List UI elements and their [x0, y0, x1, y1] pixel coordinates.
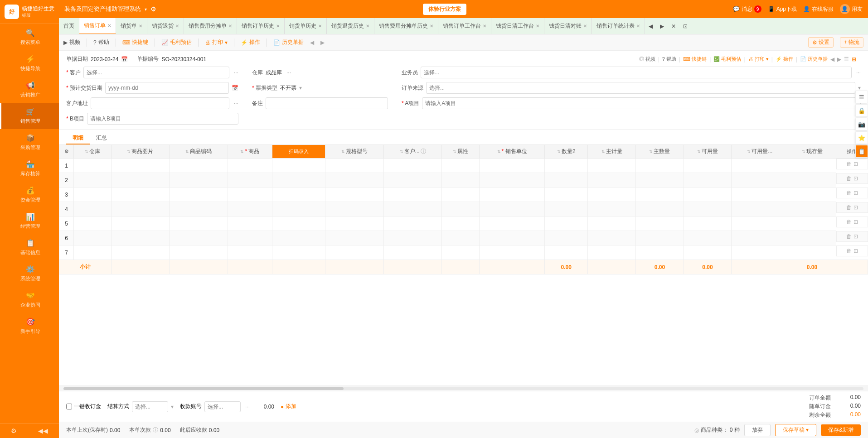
toolbar-history[interactable]: 📄 历史单据: [273, 39, 304, 46]
nav-next-small[interactable]: ▶: [837, 56, 841, 63]
delete-row-icon[interactable]: 🗑: [846, 233, 852, 240]
float-btn-list[interactable]: ☰: [855, 91, 868, 103]
delete-row-icon[interactable]: 🗑: [846, 204, 852, 211]
settings-btn[interactable]: ⚙ 设置: [808, 37, 834, 48]
toolbar-nav-next[interactable]: ▶: [320, 39, 325, 46]
th-qty2[interactable]: ⇅数量2: [545, 145, 588, 159]
sidebar-item-sysconfig[interactable]: ⚙️ 系统管理: [0, 260, 59, 287]
view-icon-small[interactable]: ◎ 视频: [639, 56, 655, 63]
tab-expense-history[interactable]: 销售费用分摊单历史 ✕: [374, 18, 438, 34]
account-more-icon[interactable]: ···: [245, 404, 250, 410]
sidebar-item-guide[interactable]: 🎯 新手引导: [0, 313, 59, 339]
th-available[interactable]: ⇅可用量: [684, 145, 732, 159]
industry-btn[interactable]: 体验行业方案: [423, 4, 466, 15]
th-current-stock[interactable]: ⇅现存量: [788, 145, 836, 159]
sidebar-item-operations[interactable]: 📊 经营管理: [0, 208, 59, 234]
delete-row-icon[interactable]: 🗑: [846, 219, 852, 225]
tab-sales-expense[interactable]: 销售费用分摊单 ✕: [184, 18, 237, 34]
th-warehouse[interactable]: ⇅仓库: [74, 145, 112, 159]
th-customer-code[interactable]: ⇅客户... ⓘ: [383, 145, 442, 159]
grid-view-icon[interactable]: ⊞: [852, 56, 856, 63]
sidebar-item-quicknav[interactable]: ⚡ 快捷导航: [0, 50, 59, 77]
copy-row-icon[interactable]: ⊡: [853, 161, 858, 167]
tab-sales-order[interactable]: 销售订单 ✕: [79, 18, 116, 34]
customer-input[interactable]: [83, 67, 229, 78]
tab-close-daily-reconcile[interactable]: ✕: [583, 24, 587, 29]
tab-daily-reconcile[interactable]: 钱货日清对账 ✕: [544, 18, 592, 34]
sidebar-item-marketing[interactable]: 📢 营销推广: [0, 77, 59, 103]
toolbar-help[interactable]: ? 帮助: [93, 39, 109, 46]
invoice-type-dropdown-icon[interactable]: ▾: [299, 85, 302, 91]
th-main-unit[interactable]: ⇅主计量: [588, 145, 636, 159]
this-order-info-icon[interactable]: ⓘ: [153, 426, 158, 434]
operation-small[interactable]: ⚡ 操作: [776, 56, 793, 63]
tab-close-order-workbench[interactable]: ✕: [483, 24, 486, 29]
delete-row-icon[interactable]: 🗑: [846, 190, 852, 196]
th-attribute[interactable]: ⇅属性: [442, 145, 480, 159]
sidebar-item-inventory[interactable]: 🏪 库存核算: [0, 155, 59, 182]
account-input[interactable]: [204, 401, 241, 412]
tab-sales-slip[interactable]: 销货单 ✕: [116, 18, 147, 34]
delivery-date-picker-icon[interactable]: 📅: [232, 85, 238, 91]
copy-row-icon[interactable]: ⊡: [853, 233, 858, 240]
message-item[interactable]: 💬 消息 9: [733, 5, 761, 13]
order-source-dropdown-icon[interactable]: ▾: [858, 85, 861, 91]
tab-return-history[interactable]: 销货退货历史 ✕: [327, 18, 374, 34]
settlement-dropdown-icon[interactable]: ▾: [171, 404, 174, 410]
print-dropdown-icon[interactable]: ▾: [225, 39, 228, 46]
discard-btn[interactable]: 放弃: [744, 424, 771, 436]
tab-home[interactable]: 首页: [59, 18, 79, 34]
sidebar-item-enterprise[interactable]: 🤝 企业协同: [0, 287, 59, 313]
date-picker-icon[interactable]: 📅: [121, 56, 128, 63]
toolbar-operation[interactable]: ⚡ 操作: [241, 39, 260, 46]
user-item[interactable]: 👤 用友: [840, 4, 863, 14]
scrollbar-thumb[interactable]: [63, 387, 344, 390]
toolbar-profit[interactable]: 📈 毛利预估: [161, 39, 192, 46]
sidebar-item-finance[interactable]: 💰 资金管理: [0, 182, 59, 208]
toolbar-print[interactable]: 🖨 打印 ▾: [205, 39, 228, 46]
tab-more-icon[interactable]: ✕: [668, 23, 679, 29]
tab-sales-stats[interactable]: 销售订单统计表 ✕: [592, 18, 645, 34]
tab-next-icon[interactable]: ▶: [656, 23, 668, 29]
delivery-date-input[interactable]: [105, 82, 229, 94]
copy-row-icon[interactable]: ⊡: [853, 248, 858, 254]
copy-row-icon[interactable]: ⊡: [853, 190, 858, 196]
subtab-summary[interactable]: 汇总: [90, 132, 113, 144]
a-project-input[interactable]: [422, 97, 861, 109]
note-input[interactable]: [266, 97, 388, 109]
staff-input[interactable]: [421, 67, 852, 78]
th-code[interactable]: ⇅商品编码: [170, 145, 228, 159]
delete-row-icon[interactable]: 🗑: [846, 175, 852, 182]
online-service-item[interactable]: 👤 在线客服: [803, 5, 834, 13]
print-small[interactable]: 🖨 打印 ▾: [748, 56, 769, 63]
tab-expand-icon[interactable]: ⊡: [679, 23, 691, 29]
app-download-item[interactable]: 📱 App下载: [768, 5, 797, 13]
list-view-icon[interactable]: ☰: [844, 56, 849, 63]
one-click-checkbox-input[interactable]: [66, 404, 72, 409]
tab-close-sales-expense[interactable]: ✕: [228, 24, 232, 29]
tab-close-sales-stats[interactable]: ✕: [636, 24, 640, 29]
topbar-gear-icon[interactable]: ⚙: [150, 5, 156, 13]
th-settings[interactable]: ⚙: [59, 145, 74, 159]
delete-row-icon[interactable]: 🗑: [846, 161, 852, 167]
th-product[interactable]: ⇅商品: [228, 145, 272, 159]
scan-btn[interactable]: 扫码录入: [285, 147, 312, 156]
float-btn-lock[interactable]: 🔒: [855, 104, 868, 117]
sidebar-item-purchase[interactable]: 📦 采购管理: [0, 129, 59, 155]
th-scan[interactable]: 扫码录入: [272, 145, 325, 159]
tab-close-sales-slip-history[interactable]: ✕: [318, 24, 322, 29]
customer-more-icon[interactable]: ···: [234, 69, 238, 76]
topbar-dropdown-icon[interactable]: ▾: [145, 7, 147, 12]
address-input[interactable]: [91, 97, 229, 109]
delete-row-icon[interactable]: 🗑: [846, 248, 852, 254]
tab-sales-return[interactable]: 销货退货 ✕: [147, 18, 184, 34]
float-btn-camera[interactable]: 📷: [855, 118, 868, 130]
address-more-icon[interactable]: ···: [234, 100, 238, 106]
product-count-icon[interactable]: ◎: [694, 427, 699, 433]
collapse-icon[interactable]: ◀◀: [38, 427, 48, 434]
tab-prev-icon[interactable]: ◀: [645, 23, 656, 29]
profit-small[interactable]: 💹 毛利预估: [713, 56, 741, 63]
order-source-input[interactable]: [426, 82, 855, 94]
toolbar-view[interactable]: ▶ 视频: [63, 39, 80, 46]
subtab-detail[interactable]: 明细: [66, 132, 90, 144]
